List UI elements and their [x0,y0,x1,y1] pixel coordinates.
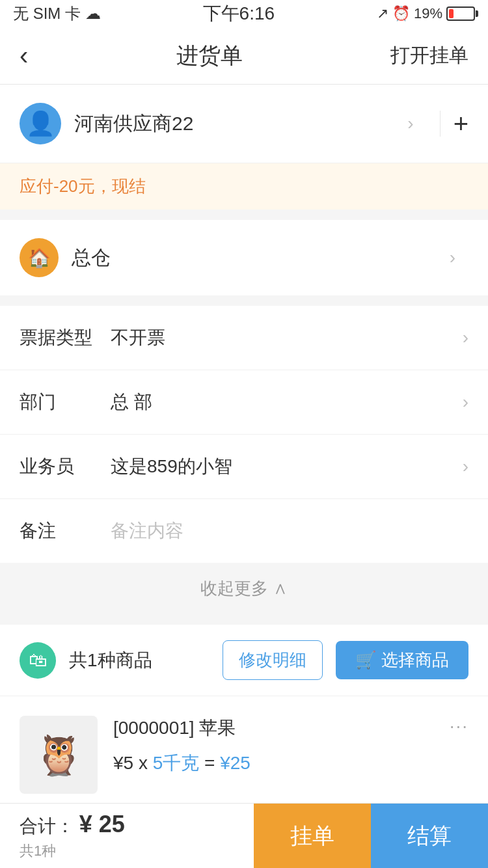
battery-icon [446,7,475,21]
remark-label: 备注 [20,519,98,543]
dept-value: 总 部 [111,390,463,414]
location-icon: ↗ [377,5,388,22]
warehouse-row[interactable]: 🏠 总仓 › [0,220,488,295]
product-title: 苹果 [199,718,236,738]
products-section: 🛍 共1种商品 修改明细 🛒 选择商品 🦉 [0000001] 苹果 ¥5 x … [0,625,488,812]
vertical-divider [440,111,441,137]
house-icon: 🏠 [28,247,51,269]
page-title: 进货单 [176,41,243,71]
add-button[interactable]: + [454,109,468,139]
main-content: 👤 河南供应商22 › + 应付-20元，现结 🏠 总仓 › 票据类型 不开票 … [0,85,488,868]
edit-detail-button[interactable]: 修改明细 [223,640,323,680]
equals: = [199,753,220,773]
products-icon: 🛍 [20,642,56,679]
nav-bar: ‹ 进货单 打开挂单 [0,27,488,85]
product-code: [0000001] [113,718,199,738]
supplier-alert: 应付-20元，现结 [0,163,488,210]
product-more-button[interactable]: ··· [450,716,468,737]
checkout-button[interactable]: 结算 [371,804,488,868]
remark-row[interactable]: 备注 备注内容 [0,499,488,563]
staff-label: 业务员 [20,454,98,479]
dept-label: 部门 [20,390,98,414]
total-label: 合计： [20,816,74,836]
collapse-row[interactable]: 收起更多 ∧ [0,563,488,614]
supplier-avatar: 👤 [20,103,61,144]
dept-row[interactable]: 部门 总 部 › [0,370,488,435]
product-info: [0000001] 苹果 ¥5 x 5千克 = ¥25 [113,716,434,776]
total-price: ¥25 [220,753,251,773]
product-name: [0000001] 苹果 [113,716,434,740]
total-row: 合计： ¥ 25 [20,811,234,839]
status-time: 下午6:16 [203,1,275,26]
status-bar: 无 SIM 卡 ☁ 下午6:16 ↗ ⏰ 19% [0,0,488,27]
more-dots-icon: ··· [450,716,468,736]
total-amount: ¥ 25 [79,811,125,837]
invoice-value: 不开票 [111,325,463,350]
remark-placeholder: 备注内容 [111,519,468,543]
form-section: 票据类型 不开票 › 部门 总 部 › 业务员 这是859的小智 › 备注 备注… [0,306,488,563]
back-button[interactable]: ‹ [20,41,28,70]
warehouse-section[interactable]: 🏠 总仓 › [0,220,488,295]
select-product-button[interactable]: 🛒 选择商品 [336,641,468,679]
bottom-bar: 合计： ¥ 25 共1种 挂单 结算 [0,803,488,868]
total-count: 共1种 [20,841,234,861]
invoice-chevron-icon: › [463,327,468,348]
alarm-icon: ⏰ [392,5,410,22]
select-product-label: 选择商品 [381,649,449,671]
product-thumbnail: 🦉 [20,716,98,794]
dept-chevron-icon: › [463,392,468,413]
total-section: 合计： ¥ 25 共1种 [0,804,254,868]
select-product-icon: 🛒 [355,650,376,670]
invoice-label: 票据类型 [20,325,98,350]
unit-price: ¥5 x [113,753,153,773]
open-pending-button[interactable]: 打开挂单 [390,42,468,69]
status-left: 无 SIM 卡 ☁ [13,3,101,24]
sim-label: 无 SIM 卡 ☁ [13,3,101,24]
collapse-label: 收起更多 ∧ [200,577,287,600]
supplier-row[interactable]: 👤 河南供应商22 › + [0,85,488,163]
status-right: ↗ ⏰ 19% [377,5,475,22]
avatar-icon: 👤 [26,110,55,137]
warehouse-chevron-icon: › [450,247,455,268]
cart-icon: 🛍 [29,649,47,671]
warehouse-icon: 🏠 [20,238,59,277]
product-item: 🦉 [0000001] 苹果 ¥5 x 5千克 = ¥25 ··· [0,698,488,812]
staff-row[interactable]: 业务员 这是859的小智 › [0,435,488,499]
staff-chevron-icon: › [463,456,468,477]
invoice-row[interactable]: 票据类型 不开票 › [0,306,488,370]
supplier-section: 👤 河南供应商22 › + 应付-20元，现结 [0,85,488,210]
quantity: 5千克 [153,753,200,773]
products-count: 共1种商品 [69,648,210,673]
hang-button[interactable]: 挂单 [254,804,371,868]
product-price: ¥5 x 5千克 = ¥25 [113,751,434,776]
supplier-chevron-icon: › [407,113,413,134]
product-thumb-icon: 🦉 [34,732,83,778]
staff-value: 这是859的小智 [111,454,463,479]
warehouse-label: 总仓 [72,245,450,271]
products-header: 🛍 共1种商品 修改明细 🛒 选择商品 [0,625,488,696]
supplier-name: 河南供应商22 [74,111,407,137]
battery-percent: 19% [414,5,442,22]
